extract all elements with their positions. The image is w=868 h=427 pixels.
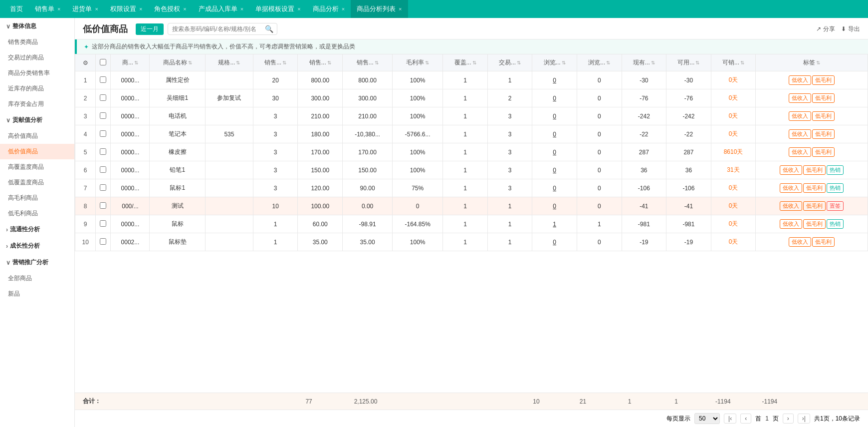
row-view2-7: 0 — [577, 197, 622, 215]
nav-item-permissions[interactable]: 权限设置× — [104, 0, 148, 18]
nav-item-home[interactable]: 首页 — [4, 0, 29, 18]
row-checkbox-7[interactable] — [96, 197, 111, 215]
nav-close-analysis[interactable]: × — [342, 6, 345, 12]
row-checkbox-5[interactable] — [96, 161, 111, 179]
row-coverage-0: 1 — [443, 71, 488, 89]
available-col-header[interactable]: 可用...⇅ — [666, 54, 711, 71]
settings-col-header[interactable]: ⚙ — [75, 54, 96, 71]
sidebar-item-low-value[interactable]: 低价值商品 — [0, 144, 74, 159]
nav-close-analysis-list[interactable]: × — [399, 6, 402, 12]
row-num-2: 3 — [75, 107, 96, 125]
row-sales-count-2: 3 — [253, 107, 298, 125]
spec-col-header[interactable]: 规格...⇅ — [206, 54, 253, 71]
select-all-checkbox[interactable] — [100, 59, 106, 65]
nav-close-inventory[interactable]: × — [240, 6, 243, 12]
sidebar-item-high-profit[interactable]: 高毛利商品 — [0, 190, 74, 206]
share-icon: ↗ — [816, 25, 821, 32]
row-view1-0[interactable]: 0 — [532, 71, 577, 89]
search-input[interactable] — [168, 23, 277, 35]
row-checkbox-3[interactable] — [96, 125, 111, 143]
footer-trade: 21 — [560, 398, 607, 405]
nav-close-roles[interactable]: × — [183, 6, 186, 12]
sidebar-item-low-coverage[interactable]: 低覆盖度商品 — [0, 175, 74, 190]
prev-page-button[interactable]: ‹ — [740, 414, 751, 424]
row-tags-6: 低收入低毛利热销 — [756, 179, 868, 197]
nav-item-template[interactable]: 单据模板设置× — [249, 0, 306, 18]
row-checkbox-6[interactable] — [96, 179, 111, 197]
row-margin-6: 75% — [393, 179, 443, 197]
sidebar-item-high-value[interactable]: 高价值商品 — [0, 128, 74, 144]
export-button[interactable]: ⬇ 导出 — [841, 25, 860, 33]
row-current-7: -41 — [622, 197, 666, 215]
filter-button[interactable]: 近一月 — [136, 23, 164, 35]
row-view1-1[interactable]: 0 — [532, 89, 577, 107]
sidebar-item-low-profit[interactable]: 低毛利商品 — [0, 206, 74, 221]
row-view1-2[interactable]: 0 — [532, 107, 577, 125]
row-code-3: 0000... — [111, 125, 150, 143]
sidebar-group-流通性分析[interactable]: ›流通性分析 — [0, 221, 74, 238]
row-checkbox-0[interactable] — [96, 71, 111, 89]
row-coverage-6: 1 — [443, 179, 488, 197]
sales-count-col-header[interactable]: 销售...⇅ — [253, 54, 298, 71]
nav-item-purchase[interactable]: 进货单× — [66, 0, 104, 18]
sidebar-group-整体信息[interactable]: ∨整体信息 — [0, 18, 74, 34]
coverage-col-header[interactable]: 覆盖...⇅ — [443, 54, 488, 71]
row-view1-5[interactable]: 0 — [532, 161, 577, 179]
current-col-header[interactable]: 现有...⇅ — [622, 54, 666, 71]
nav-close-purchase[interactable]: × — [95, 6, 98, 12]
row-view1-9[interactable]: 0 — [532, 233, 577, 251]
sidebar-item-category-sales-rate[interactable]: 商品分类销售率 — [0, 65, 74, 81]
row-view1-7[interactable]: 0 — [532, 197, 577, 215]
row-spec-8 — [206, 215, 253, 233]
nav-item-roles[interactable]: 角色授权× — [148, 0, 192, 18]
row-trade-6: 3 — [487, 179, 532, 197]
row-available-8: -981 — [666, 215, 711, 233]
nav-item-sales[interactable]: 销售单× — [29, 0, 66, 18]
name-col-header[interactable]: 商品名称⇅ — [150, 54, 206, 71]
row-checkbox-4[interactable] — [96, 143, 111, 161]
view1-col-header[interactable]: 浏览...⇅ — [532, 54, 577, 71]
nav-close-permissions[interactable]: × — [139, 6, 142, 12]
last-page-button[interactable]: ›| — [798, 414, 810, 424]
sidebar-group-营销推广分析[interactable]: ∨营销推广分析 — [0, 254, 74, 271]
sidebar-item-traded-goods[interactable]: 交易过的商品 — [0, 50, 74, 65]
sidebar-item-inventory-funds[interactable]: 库存资金占用 — [0, 96, 74, 112]
row-margin-3: -5766.6... — [393, 125, 443, 143]
margin-col-header[interactable]: 毛利率⇅ — [393, 54, 443, 71]
sellable-col-header[interactable]: 可销...⇅ — [711, 54, 756, 71]
sidebar-item-high-coverage[interactable]: 高覆盖度商品 — [0, 159, 74, 175]
sidebar-item-sales-goods[interactable]: 销售类商品 — [0, 34, 74, 50]
tag-低毛利: 低毛利 — [803, 219, 826, 229]
code-col-header[interactable]: 商...⇅ — [111, 54, 150, 71]
sidebar-item-all-goods[interactable]: 全部商品 — [0, 271, 74, 286]
nav-item-analysis[interactable]: 商品分析× — [307, 0, 351, 18]
row-checkbox-2[interactable] — [96, 107, 111, 125]
row-checkbox-9[interactable] — [96, 233, 111, 251]
row-view2-5: 0 — [577, 161, 622, 179]
sidebar-item-near-inventory[interactable]: 近库存的商品 — [0, 81, 74, 96]
view2-col-header[interactable]: 浏览...⇅ — [577, 54, 622, 71]
row-checkbox-1[interactable] — [96, 89, 111, 107]
tags-col-header[interactable]: 标签⇅ — [756, 54, 868, 71]
share-button[interactable]: ↗ 分享 — [816, 25, 835, 33]
page-size-select[interactable]: 50 100 200 — [694, 413, 720, 424]
table-row: 40000...笔记本5353180.00-10,380...-5766.6..… — [75, 125, 868, 143]
first-page-button[interactable]: |‹ — [724, 414, 736, 424]
nav-item-analysis-list[interactable]: 商品分析列表× — [351, 0, 408, 18]
nav-close-sales[interactable]: × — [57, 6, 60, 12]
sales-price-col-header[interactable]: 销售...⇅ — [343, 54, 393, 71]
sidebar-item-new-goods[interactable]: 新品 — [0, 286, 74, 302]
sales-amount-col-header[interactable]: 销售...⇅ — [298, 54, 343, 71]
row-view1-4[interactable]: 0 — [532, 143, 577, 161]
nav-item-inventory[interactable]: 产成品入库单× — [193, 0, 249, 18]
nav-close-template[interactable]: × — [297, 6, 300, 12]
row-checkbox-8[interactable] — [96, 215, 111, 233]
row-view1-3[interactable]: 0 — [532, 125, 577, 143]
sidebar-group-成长性分析[interactable]: ›成长性分析 — [0, 238, 74, 254]
row-view1-8[interactable]: 1 — [532, 215, 577, 233]
next-page-button[interactable]: › — [783, 414, 794, 424]
row-spec-2 — [206, 107, 253, 125]
sidebar-group-贡献值分析[interactable]: ∨贡献值分析 — [0, 112, 74, 128]
trade-col-header[interactable]: 交易...⇅ — [487, 54, 532, 71]
row-view1-6[interactable]: 0 — [532, 179, 577, 197]
